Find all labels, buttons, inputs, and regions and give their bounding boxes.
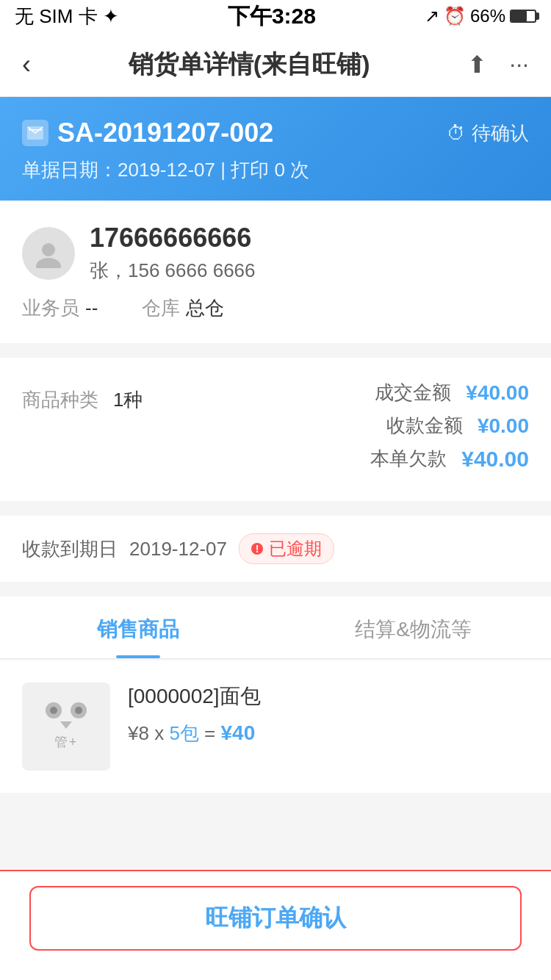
status-right: ↗ ⏰ 66% xyxy=(425,6,536,26)
overdue-badge: ! 已逾期 xyxy=(239,533,334,564)
svg-point-3 xyxy=(36,258,61,268)
product-price: ¥8 x 5包 = ¥40 xyxy=(128,721,529,746)
order-status: ⏱ 待确认 xyxy=(447,120,529,146)
amounts: 成交金额 ¥40.00 收款金额 ¥0.00 本单欠款 ¥40.00 xyxy=(370,380,529,479)
product-item: 管+ [0000002]面包 ¥8 x 5包 = ¥40 xyxy=(22,682,529,771)
product-name: [0000002]面包 xyxy=(128,682,529,710)
customer-meta: 业务员 -- 仓库 总仓 xyxy=(22,295,529,321)
tabs-container: 销售商品 结算&物流等 xyxy=(0,597,551,659)
received-amount-row: 收款金额 ¥0.00 xyxy=(370,413,529,439)
order-icon xyxy=(22,120,48,146)
warehouse-info: 仓库 总仓 xyxy=(142,295,224,321)
confirm-wangpu-button[interactable]: 旺铺订单确认 xyxy=(29,886,522,951)
overdue-label: 已逾期 xyxy=(269,537,322,561)
share-button[interactable]: ⬆ xyxy=(467,51,487,79)
svg-point-2 xyxy=(42,243,55,256)
product-type: 商品种类 1种 xyxy=(22,380,143,413)
overdue-icon: ! xyxy=(251,543,263,555)
summary-section: 商品种类 1种 成交金额 ¥40.00 收款金额 ¥0.00 本单欠款 ¥40.… xyxy=(0,358,551,501)
payment-due-label: 收款到期日 xyxy=(22,536,118,562)
more-button[interactable]: ··· xyxy=(509,51,529,78)
order-date: 单据日期：2019-12-07 | 打印 0 次 xyxy=(22,157,529,183)
balance-row: 本单欠款 ¥40.00 xyxy=(370,446,529,472)
product-list: 管+ [0000002]面包 ¥8 x 5包 = ¥40 xyxy=(0,660,551,793)
salesman-info: 业务员 -- xyxy=(22,295,98,321)
transaction-amount-row: 成交金额 ¥40.00 xyxy=(370,380,529,406)
order-header: SA-20191207-002 ⏱ 待确认 单据日期：2019-12-07 | … xyxy=(0,97,551,201)
bottom-action-bar: 旺铺订单确认 xyxy=(0,870,551,980)
status-icon: ⏱ xyxy=(447,122,466,145)
back-button[interactable]: ‹ xyxy=(22,49,31,80)
alarm-icon: ⏰ xyxy=(444,6,466,26)
tab-settlement[interactable]: 结算&物流等 xyxy=(276,597,551,658)
payment-due-date: 2019-12-07 xyxy=(129,538,227,561)
status-left: 无 SIM 卡 ✦ xyxy=(15,4,119,29)
payment-due-section: 收款到期日 2019-12-07 ! 已逾期 xyxy=(0,516,551,582)
order-number: SA-20191207-002 xyxy=(22,118,273,148)
customer-section: 17666666666 张，156 6666 6666 业务员 -- 仓库 总仓 xyxy=(0,201,551,343)
customer-name: 张，156 6666 6666 xyxy=(90,258,256,284)
nav-actions: ⬆ ··· xyxy=(467,51,529,79)
tab-sales-products[interactable]: 销售商品 xyxy=(0,597,276,658)
product-image: 管+ xyxy=(22,682,110,771)
status-label: 待确认 xyxy=(472,120,529,146)
product-info: [0000002]面包 ¥8 x 5包 = ¥40 xyxy=(128,682,529,746)
customer-phone: 17666666666 xyxy=(90,223,256,253)
location-icon: ↗ xyxy=(425,6,439,26)
status-time: 下午3:28 xyxy=(228,1,316,32)
customer-avatar xyxy=(22,227,75,280)
battery-icon xyxy=(510,10,536,23)
battery-level: 66% xyxy=(470,6,505,26)
sim-status: 无 SIM 卡 ✦ xyxy=(15,4,119,29)
page-title: 销货单详情(来自旺铺) xyxy=(129,48,370,82)
status-bar: 无 SIM 卡 ✦ 下午3:28 ↗ ⏰ 66% xyxy=(0,0,551,32)
nav-bar: ‹ 销货单详情(来自旺铺) ⬆ ··· xyxy=(0,32,551,97)
